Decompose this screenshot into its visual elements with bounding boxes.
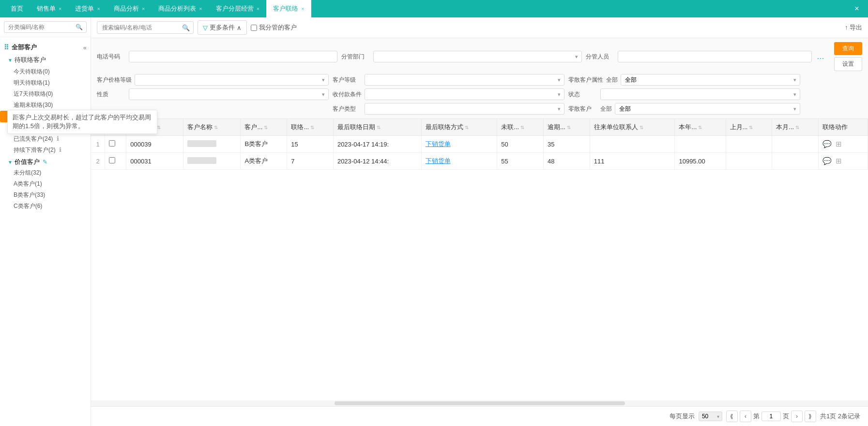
sort-uncontacted-icon[interactable]: ⇅ (520, 125, 524, 130)
phone-input[interactable] (129, 51, 337, 62)
nav-customer-contact[interactable]: 客户联络 × (266, 0, 311, 17)
filter-cell-payment: 收付款条件 (333, 88, 564, 100)
my-customers-checkbox-label[interactable]: 我分管的客户 (251, 23, 297, 32)
row-2-last-contact-method[interactable]: 下销货单 (421, 153, 497, 170)
row-1-overdue: 35 (544, 136, 590, 153)
settings-button[interactable]: 设置 (834, 57, 862, 71)
nav-sales[interactable]: 销售单 × (30, 0, 68, 17)
row-2-checkbox[interactable] (109, 157, 115, 163)
sort-last-month-icon[interactable]: ⇅ (749, 125, 753, 130)
prev-page-btn[interactable]: ‹ (740, 411, 751, 422)
total-label: 共1页 2条记录 (820, 412, 860, 421)
retail-customer-select[interactable]: 全部 (615, 103, 800, 115)
close-purchase-tab[interactable]: × (97, 6, 100, 12)
query-button[interactable]: 查询 (834, 42, 862, 55)
next-page-btn[interactable]: › (791, 411, 803, 422)
dept-select[interactable] (373, 51, 582, 62)
search-button[interactable]: 🔍 (182, 24, 190, 31)
customer-level-select[interactable] (365, 74, 564, 86)
sidebar-item-declining[interactable]: 持续下滑客户(2) ℹ (0, 145, 91, 156)
row-1-checkbox[interactable] (109, 140, 115, 147)
search-input[interactable] (97, 21, 194, 34)
my-customers-checkbox[interactable] (251, 25, 257, 31)
sidebar-item-overdue[interactable]: 逾期未联络(30) (0, 100, 91, 111)
sidebar-search-input[interactable] (4, 21, 87, 33)
row-1-code: 000039 (126, 136, 183, 153)
sidebar-item-week[interactable]: 近7天待联络(0) (0, 88, 91, 100)
sort-code-icon[interactable]: ⇅ (157, 125, 161, 130)
sidebar-item-ungroup[interactable]: 未分组(32) (0, 167, 91, 178)
nav-home[interactable]: 首页 (4, 0, 30, 17)
table-footer: 每页显示 50 20 100 ⟪ ‹ 第 页 › ⟫ 共1页 2条记录 (91, 406, 868, 426)
row-checkbox-1[interactable] (105, 136, 126, 153)
sidebar-search-icon[interactable]: 🔍 (76, 24, 83, 30)
row-2-type: A类客户 (241, 153, 287, 170)
col-name: 客户名称 ⇅ (183, 119, 241, 136)
row-1-grid-icon[interactable]: ⊞ (836, 140, 842, 148)
sidebar-item-c-class[interactable]: C类客户(6) (0, 201, 91, 212)
more-conditions-button[interactable]: ▽ 更多条件 ∧ (198, 20, 247, 35)
sort-overdue-icon[interactable]: ⇅ (567, 125, 571, 130)
last-page-btn[interactable]: ⟫ (805, 411, 816, 422)
row-2-code: 000031 (126, 153, 183, 170)
value-customers-group[interactable]: ▼ 价值客户 ✎ (0, 156, 91, 167)
sort-contact-icon[interactable]: ⇅ (310, 125, 314, 130)
sidebar-item-a-class[interactable]: A类客户(1) (0, 178, 91, 190)
row-1-chat-icon[interactable]: 💬 (822, 140, 832, 148)
close-customer-contact-tab[interactable]: × (301, 6, 304, 12)
sort-this-year-icon[interactable]: ⇅ (698, 125, 702, 130)
nav-analysis[interactable]: 商品分析 × (107, 0, 152, 17)
close-customer-seg-tab[interactable]: × (257, 6, 259, 12)
export-button[interactable]: ↑ 导出 (845, 23, 862, 32)
sort-this-month-icon[interactable]: ⇅ (795, 125, 799, 130)
close-analysis-tab[interactable]: × (142, 6, 145, 12)
sidebar-item-tomorrow[interactable]: 明天待联络(1) (0, 77, 91, 88)
nature-select[interactable] (129, 88, 329, 100)
per-page-select[interactable]: 50 20 100 (699, 411, 722, 421)
nav-purchase[interactable]: 进货单 × (68, 0, 107, 17)
row-2-last-month (726, 153, 772, 170)
status-select[interactable] (600, 88, 800, 100)
sidebar-item-lost[interactable]: 已流失客户(24) ℹ (0, 133, 91, 145)
filter-cell-nature: 性质 (97, 88, 329, 100)
pending-group[interactable]: ▼ 待联络客户 (0, 54, 91, 66)
row-2-grid-icon[interactable]: ⊞ (836, 157, 842, 165)
price-level-select[interactable] (135, 74, 329, 86)
person-ellipsis-btn[interactable]: … (815, 52, 826, 61)
sort-contacts-icon[interactable]: ⇅ (640, 125, 643, 130)
sort-name-icon[interactable]: ⇅ (214, 125, 218, 130)
customer-type-select[interactable] (365, 103, 564, 115)
col-action: 联络动作 (819, 119, 868, 136)
close-sales-tab[interactable]: × (59, 6, 61, 12)
sort-method-icon[interactable]: ⇅ (465, 125, 469, 130)
payment-select[interactable] (365, 88, 564, 100)
row-1-last-contact-method[interactable]: 下销货单 (421, 136, 497, 153)
row-num-1: 1 (91, 136, 105, 153)
row-2-chat-icon[interactable]: 💬 (822, 157, 832, 165)
nav-analysis-list[interactable]: 商品分析列表 × (152, 0, 209, 17)
close-analysis-list-tab[interactable]: × (199, 6, 202, 12)
value-edit-icon[interactable]: ✎ (43, 159, 47, 165)
scrollbar-thumb[interactable] (335, 401, 625, 405)
nav-customer-seg[interactable]: 客户分层经营 × (209, 0, 266, 17)
per-page-wrap: 50 20 100 (699, 411, 722, 421)
first-page-btn[interactable]: ⟪ (726, 411, 738, 422)
sort-date-icon[interactable]: ⇅ (377, 125, 381, 130)
page-input[interactable] (761, 411, 781, 421)
retail-attr-select[interactable]: 全部 (621, 74, 800, 86)
row-1-uncontacted: 50 (497, 136, 544, 153)
person-input[interactable] (618, 51, 812, 62)
row-2-method-link[interactable]: 下销货单 (426, 157, 451, 164)
sidebar-item-b-class[interactable]: B类客户(33) (0, 190, 91, 201)
horizontal-scrollbar[interactable] (91, 400, 868, 406)
row-2-overdue: 48 (544, 153, 590, 170)
sidebar-collapse-btn[interactable]: « (83, 44, 87, 51)
sort-type-icon[interactable]: ⇅ (264, 125, 268, 130)
row-2-action: 💬 ⊞ (819, 153, 868, 170)
filter-cell-retail-attr: 零散客户属性 全部 全部 (568, 74, 800, 86)
close-all-button[interactable]: × (850, 1, 864, 16)
row-checkbox-2[interactable] (105, 153, 126, 170)
row-2-contact: 7 (287, 153, 334, 170)
row-1-method-link[interactable]: 下销货单 (426, 140, 451, 147)
sidebar-item-today[interactable]: 今天待联络(0) (0, 66, 91, 77)
